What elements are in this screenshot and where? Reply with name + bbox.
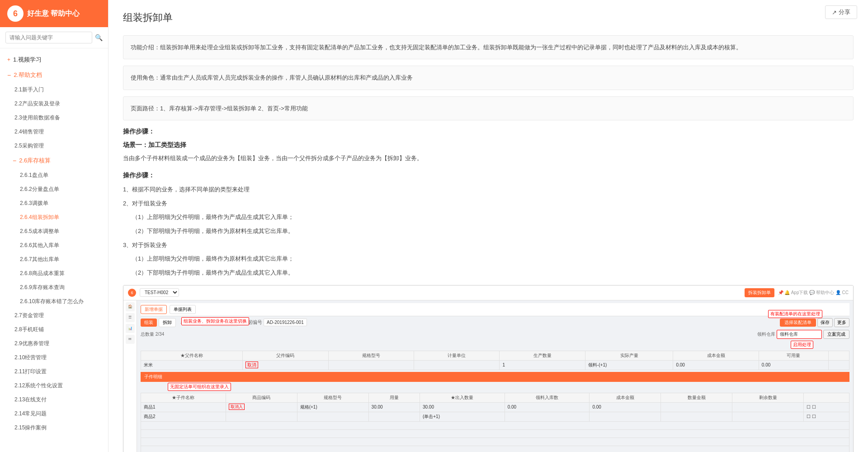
role-section: 使用角色：通常由生产人员或库管人员完成拆装业务的操作，库管人员确认原材料的出库和…	[123, 66, 854, 90]
nav-sub-2-15[interactable]: 2.15操作案例	[0, 421, 108, 435]
ss-lth-qty: 用量	[368, 393, 420, 402]
nav-sub-2-9[interactable]: 2.9优惠券管理	[0, 337, 108, 351]
share-icon: ↗	[832, 9, 837, 16]
ss-td-p5: 1	[500, 360, 585, 370]
nav-sub-2-6-6[interactable]: 2.6.6其他入库单	[0, 238, 108, 252]
ss-confirm-btn[interactable]: 立案完成	[823, 330, 849, 339]
step2-1: （1）上部明细为父件明细，最终作为产成品生成其它入库单；	[132, 212, 854, 223]
ss-nav-home[interactable]: 🏠	[126, 302, 135, 311]
sidebar: 6 好生意 帮助中心 🔍 + 1.视频学习 − 2.帮助文档 2.1新手入门 2…	[0, 0, 108, 452]
step3-2: （2）下部明细为子件明细，最终作为产成品生成其它入库单。	[132, 267, 854, 279]
ss-ltd-1-6: 0.00	[505, 402, 590, 412]
ss-wh-input[interactable]: 领料仓库	[777, 330, 822, 339]
ss-ltd-2-5: (单击+1)	[420, 412, 505, 421]
page-title: 组装拆卸单	[123, 11, 854, 24]
ss-lth-amount: 数量金额	[661, 393, 732, 402]
nav-sub-2-1[interactable]: 2.1新手入门	[0, 83, 108, 97]
share-button[interactable]: ↗ 分享	[825, 5, 857, 19]
ss-ltd-1-7: 0.00	[590, 402, 661, 412]
nav-sub-2-4[interactable]: 2.4销售管理	[0, 125, 108, 139]
ss-tab-new[interactable]: 新增单据	[141, 305, 167, 314]
nav-item-videos-main[interactable]: + 1.视频学习	[0, 52, 108, 67]
ss-th-produce-qty: 生产数量	[500, 351, 585, 360]
ss-warehouse-row: 总数量 2/34 组装业务、拆卸业务在这里切换 领料仓库 领料仓库 立案完成	[141, 330, 849, 339]
ops-title: 操作步骤：	[123, 128, 854, 136]
nav-sub-2-6-7[interactable]: 2.6.7其他出库单	[0, 252, 108, 266]
nav-sub-2-6-8[interactable]: 2.6.8商品成本重算	[0, 266, 108, 281]
ss-type-assembly[interactable]: 组装	[141, 319, 157, 327]
nav-sub-2-6-2[interactable]: 2.6.2分量盘点单	[0, 182, 108, 196]
ss-td-p6: 领料-(+1)	[585, 360, 673, 370]
sidebar-header: 6 好生意 帮助中心	[0, 0, 108, 27]
ss-wh-label: 领料仓库	[757, 331, 775, 338]
step2-2: （2）下部明细为子件明细，最终作为原材料生成其它出库单。	[132, 226, 854, 237]
search-button[interactable]: 🔍	[95, 34, 103, 41]
ss-ltd-2-8	[661, 412, 732, 421]
nav-sub-2-6-4[interactable]: 2.6.4组装拆卸单	[0, 210, 108, 224]
ss-lth-cost: 成本金额	[590, 393, 661, 402]
ss-th-spec: 规格型号	[328, 351, 414, 360]
table-row	[141, 446, 849, 452]
nav-sub-2-10[interactable]: 2.10经营管理	[0, 351, 108, 365]
ss-qty-label: 总数量 2/34	[141, 331, 164, 338]
ss-lth-spec: 规格型号	[297, 393, 368, 402]
nav-sub-2-6-10[interactable]: 2.6.10库存账本错了怎么办	[0, 295, 108, 309]
nav-sub-2-12[interactable]: 2.12系统个性化设置	[0, 379, 108, 393]
step3-1: （1）上部明细为父件明细，最终作为原材料生成其它出库单；	[132, 253, 854, 265]
nav-sub-2-8[interactable]: 2.8手机旺铺	[0, 323, 108, 337]
ss-new-btn[interactable]: 拆装拆卸单	[745, 288, 774, 297]
nav-sub-2-6-9[interactable]: 2.6.9库存账本查询	[0, 281, 108, 295]
nav-sub-2-6-3[interactable]: 2.6.3调拨单	[0, 196, 108, 210]
ss-th-parent-name: ★父件名称	[141, 351, 243, 360]
ss-lth-ops	[804, 393, 849, 402]
nav-sub-2-6-1[interactable]: 2.6.1盘点单	[0, 168, 108, 182]
nav-2-6-label: 2.6库存核算	[19, 157, 51, 165]
nav-sub-2-3[interactable]: 2.3使用前数据准备	[0, 111, 108, 125]
ss-td-p4	[414, 360, 500, 370]
nav-sub-2-2[interactable]: 2.2产品安装及登录	[0, 97, 108, 111]
ss-section-header: 子件明细	[141, 372, 849, 382]
ss-td-p1: 米米	[141, 360, 243, 370]
nav-sub-2-5[interactable]: 2.5采购管理	[0, 139, 108, 153]
ss-inner: 新增单据 单据列表 组装 拆卸 单据日期 2019-12-26	[137, 300, 853, 452]
ss-upper-table: ★父件名称 父件编码 规格型号 计量单位 生产数量 实际产量 成本金额 可用量	[141, 351, 849, 370]
nav-sub-2-14[interactable]: 2.14常见问题	[0, 407, 108, 421]
table-row: 米米 取消 1 领料-(+1) 0.00 0.00	[141, 360, 849, 370]
nav-item-docs: − 2.帮助文档 2.1新手入门 2.2产品安装及登录 2.3使用前数据准备 2…	[0, 67, 108, 435]
minus-icon: −	[7, 71, 11, 79]
fill-hint-container: 无固定活单可组织在这里录入	[141, 382, 849, 391]
ss-handle-row: 启用处理	[141, 341, 849, 349]
ss-lth-code: 商品编码	[226, 393, 297, 402]
step2: 2、对于组装业务	[123, 198, 854, 209]
ss-ltd-2-2	[226, 412, 297, 421]
path-section: 页面路径：1、库存核算->库存管理->组装拆卸单 2、首页->常用功能	[123, 96, 854, 120]
nav-sub-2-11[interactable]: 2.11打印设置	[0, 365, 108, 379]
nav-sub-2-7[interactable]: 2.7资金管理	[0, 309, 108, 323]
ss-tab-list[interactable]: 单据列表	[170, 305, 196, 314]
nav-sub-2-6-5[interactable]: 2.6.5成本调整单	[0, 224, 108, 238]
nav-item-docs-main[interactable]: − 2.帮助文档	[0, 67, 108, 83]
ss-td-p7: 0.00	[673, 360, 759, 370]
ss-config-btn[interactable]: 选择装配清单	[780, 319, 816, 327]
ss-lth-name: ★子件名称	[141, 393, 226, 402]
ss-th-avail: 可用量	[759, 351, 828, 360]
ss-nav-left: 🏠 ☰ 📊 ✉	[123, 300, 137, 452]
ss-type-disassembly[interactable]: 拆卸	[159, 318, 176, 327]
annotation-type-switch: 组装业务、拆卸业务在这里切换	[181, 317, 249, 325]
search-input[interactable]	[5, 32, 92, 43]
ss-app-selector[interactable]: TEST-H002	[140, 288, 179, 297]
nav-sub-2-13[interactable]: 2.13在线支付	[0, 393, 108, 407]
ss-more-btn[interactable]: 更多	[834, 318, 849, 327]
annotation-fill: 无固定活单可组织在这里录入	[168, 383, 231, 391]
minus-icon-2-6: −	[13, 157, 16, 164]
ss-nav-chart[interactable]: 📊	[126, 324, 135, 333]
nav-sub-2-6-main[interactable]: − 2.6库存核算	[0, 153, 108, 168]
ss-ltd-2-10: ☐ ☐	[804, 412, 849, 421]
path-text: 页面路径：1、库存核算->库存管理->组装拆卸单 2、首页->常用功能	[131, 105, 308, 112]
ss-nav-list[interactable]: ☰	[126, 313, 135, 322]
table-row	[141, 421, 849, 429]
ss-nav-msg[interactable]: ✉	[126, 335, 135, 344]
ss-th-actual-qty: 实际产量	[585, 351, 673, 360]
ss-save-btn[interactable]: 保存	[817, 318, 833, 327]
ss-ltd-2-4	[368, 412, 420, 421]
